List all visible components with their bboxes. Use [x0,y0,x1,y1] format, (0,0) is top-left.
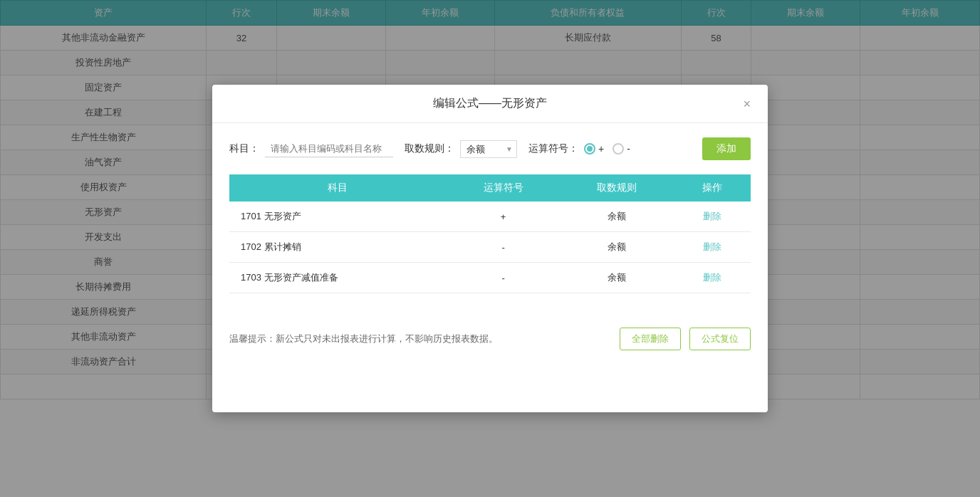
row-operator: + [447,202,560,232]
rule-select-wrapper: 余额 借方 贷方 借方累计 贷方累计 ▼ [460,140,517,158]
operator-label: 运算符号： [528,142,578,155]
col-rule: 取数规则 [560,174,673,202]
delete-link-2[interactable]: 删除 [703,272,721,283]
radio-plus-circle [584,143,595,155]
modal-title: 编辑公式——无形资产 [433,96,547,111]
add-button[interactable]: 添加 [702,137,751,160]
reset-formula-button[interactable]: 公式复位 [689,328,751,350]
modal-close-button[interactable]: × [737,95,756,113]
table-header-row: 科目 运算符号 取数规则 操作 [229,174,751,202]
formula-table: 科目 运算符号 取数规则 操作 1701 无形资产 + 余额 删除 [229,174,751,293]
footer-buttons: 全部删除 公式复位 [620,328,751,350]
operator-minus-label: - [627,143,630,155]
formula-row: 1701 无形资产 + 余额 删除 [229,202,751,232]
row-rule: 余额 [560,263,673,293]
row-operator: - [447,232,560,263]
row-subject: 1703 无形资产减值准备 [229,263,447,293]
operator-plus-radio[interactable]: + [584,143,604,155]
formula-row: 1702 累计摊销 - 余额 删除 [229,232,751,263]
subject-field: 科目： [229,140,393,157]
row-subject: 1701 无形资产 [229,202,447,232]
row-action: 删除 [673,202,751,232]
delete-link-1[interactable]: 删除 [703,241,721,252]
edit-formula-modal: 编辑公式——无形资产 × 科目： 取数规则： 余额 借方 贷方 [212,85,768,412]
form-row: 科目： 取数规则： 余额 借方 贷方 借方累计 贷方累计 ▼ [229,137,751,160]
col-operator: 运算符号 [447,174,560,202]
modal-footer: 温馨提示：新公式只对未出报表进行计算，不影响历史报表数据。 全部删除 公式复位 [212,319,768,362]
subject-input[interactable] [265,140,393,157]
formula-row: 1703 无形资产减值准备 - 余额 删除 [229,263,751,293]
modal-header: 编辑公式——无形资产 × [212,85,768,123]
delete-link-0[interactable]: 删除 [703,211,721,221]
delete-all-button[interactable]: 全部删除 [620,328,681,350]
operator-field: 运算符号： + - [528,142,630,155]
row-rule: 余额 [560,202,673,232]
modal-body: 科目： 取数规则： 余额 借方 贷方 借方累计 贷方累计 ▼ [212,123,768,319]
row-operator: - [447,263,560,293]
subject-label: 科目： [229,142,259,155]
row-rule: 余额 [560,232,673,263]
operator-plus-label: + [598,143,604,155]
rule-label: 取数规则： [405,142,454,155]
row-subject: 1702 累计摊销 [229,232,447,263]
col-action: 操作 [673,174,751,202]
operator-minus-radio[interactable]: - [612,143,630,155]
rule-field: 取数规则： 余额 借方 贷方 借方累计 贷方累计 ▼ [405,140,517,158]
radio-minus-circle [612,143,624,155]
operator-radio-group: + - [584,143,630,155]
modal-overlay: 编辑公式——无形资产 × 科目： 取数规则： 余额 借方 贷方 [0,0,980,497]
row-action: 删除 [673,263,751,293]
row-action: 删除 [673,232,751,263]
col-subject: 科目 [229,174,447,202]
rule-select[interactable]: 余额 借方 贷方 借方累计 贷方累计 [460,140,517,158]
tip-text: 温馨提示：新公式只对未出报表进行计算，不影响历史报表数据。 [229,333,498,345]
